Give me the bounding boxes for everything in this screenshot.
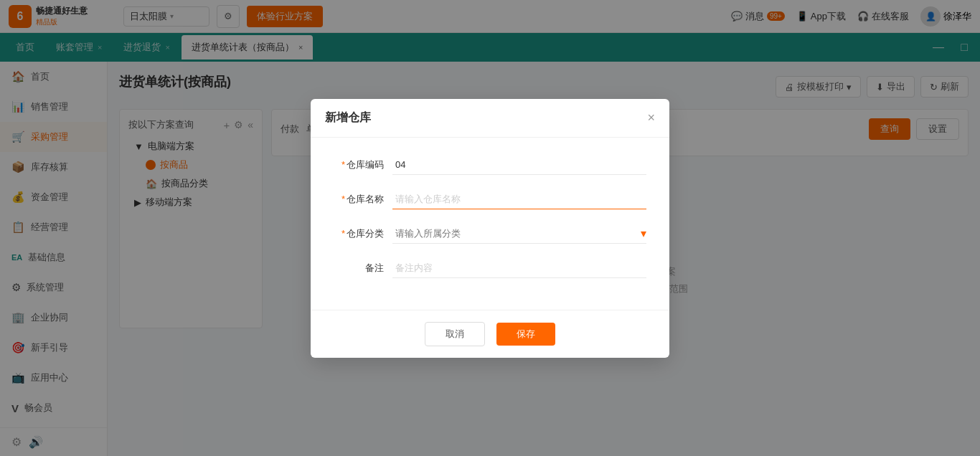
category-select-wrapper[interactable]: ▾ xyxy=(392,224,646,244)
name-input[interactable] xyxy=(392,189,646,209)
modal-body: *仓库编码 *仓库名称 *仓库分类 ▾ xyxy=(311,138,669,310)
modal-header: 新增仓库 × xyxy=(311,99,669,138)
modal-footer: 取消 保存 xyxy=(311,310,669,358)
remark-label: 备注 xyxy=(334,262,384,275)
form-row-remark: 备注 xyxy=(334,258,646,278)
category-input[interactable] xyxy=(392,224,641,243)
category-chevron-icon[interactable]: ▾ xyxy=(641,227,646,240)
modal-overlay[interactable]: 新增仓库 × *仓库编码 *仓库名称 *仓库分类 xyxy=(0,0,980,456)
form-row-category: *仓库分类 ▾ xyxy=(334,224,646,244)
form-row-code: *仓库编码 xyxy=(334,155,646,175)
code-label: *仓库编码 xyxy=(334,158,384,171)
remark-input[interactable] xyxy=(392,258,646,278)
code-input[interactable] xyxy=(392,155,646,175)
add-warehouse-modal: 新增仓库 × *仓库编码 *仓库名称 *仓库分类 xyxy=(311,99,669,358)
modal-title: 新增仓库 xyxy=(325,110,371,125)
form-row-name: *仓库名称 xyxy=(334,189,646,209)
name-label: *仓库名称 xyxy=(334,193,384,206)
cancel-button[interactable]: 取消 xyxy=(425,322,485,346)
save-button[interactable]: 保存 xyxy=(496,323,555,346)
modal-close-button[interactable]: × xyxy=(647,110,655,125)
category-label: *仓库分类 xyxy=(334,227,384,240)
